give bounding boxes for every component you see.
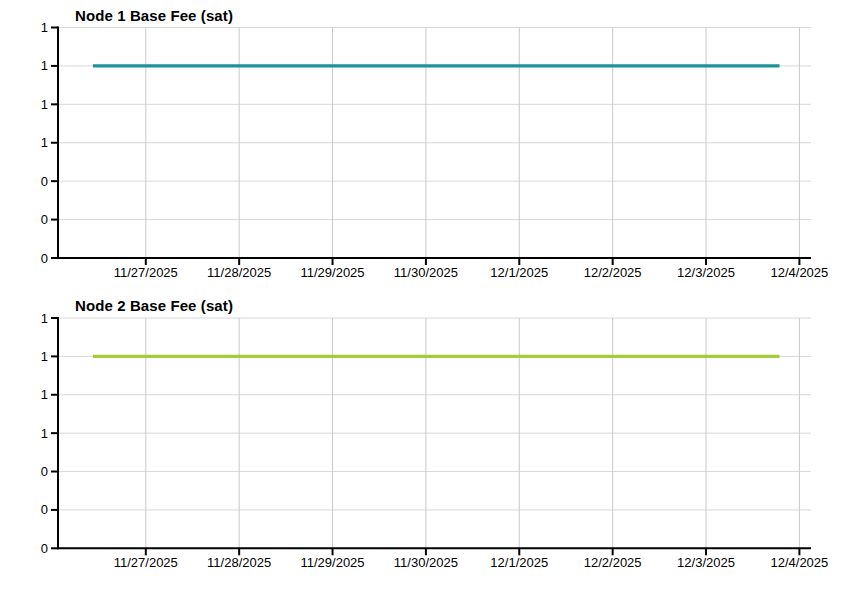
horizontal-gridlines (58, 318, 811, 548)
chart-1: 111100011/27/202511/28/202511/29/202511/… (41, 20, 829, 280)
x-tick-label: 12/2/2025 (584, 555, 642, 570)
x-tick-label: 12/1/2025 (490, 265, 548, 280)
y-tick-label: 0 (41, 541, 48, 556)
x-tick-label: 11/28/2025 (207, 555, 271, 570)
x-tick-label: 11/27/2025 (114, 265, 178, 280)
x-axis-ticks: 11/27/202511/28/202511/29/202511/30/2025… (114, 548, 829, 570)
x-tick-label: 11/30/2025 (394, 555, 458, 570)
x-tick-label: 11/29/2025 (300, 555, 364, 570)
charts-page: Node 1 Base Fee (sat) Node 2 Base Fee (s… (0, 0, 860, 600)
y-tick-label: 1 (41, 135, 48, 150)
chart-2: 111100011/27/202511/28/202511/29/202511/… (41, 311, 829, 571)
x-tick-label: 12/1/2025 (490, 555, 548, 570)
y-tick-label: 0 (41, 251, 48, 266)
y-axis-ticks: 1111000 (41, 311, 58, 556)
x-axis-ticks: 11/27/202511/28/202511/29/202511/30/2025… (114, 258, 829, 280)
x-tick-label: 11/29/2025 (300, 265, 364, 280)
x-tick-label: 12/3/2025 (677, 265, 735, 280)
y-tick-label: 1 (41, 58, 48, 73)
y-tick-label: 1 (41, 97, 48, 112)
y-axis-ticks: 1111000 (41, 20, 58, 266)
x-tick-label: 12/4/2025 (770, 265, 828, 280)
horizontal-gridlines (58, 28, 811, 259)
chart-2-title: Node 2 Base Fee (sat) (75, 297, 233, 314)
y-tick-label: 1 (41, 387, 48, 402)
x-tick-label: 12/4/2025 (770, 555, 828, 570)
y-tick-label: 0 (41, 174, 48, 189)
y-tick-label: 1 (41, 426, 48, 441)
x-tick-label: 12/2/2025 (584, 265, 642, 280)
y-tick-label: 0 (41, 502, 48, 517)
y-tick-label: 0 (41, 464, 48, 479)
x-tick-label: 12/3/2025 (677, 555, 735, 570)
x-tick-label: 11/30/2025 (394, 265, 458, 280)
y-tick-label: 0 (41, 212, 48, 227)
x-tick-label: 11/28/2025 (207, 265, 271, 280)
chart-1-title: Node 1 Base Fee (sat) (75, 7, 233, 24)
y-tick-label: 1 (41, 311, 48, 326)
y-tick-label: 1 (41, 349, 48, 364)
x-tick-label: 11/27/2025 (114, 555, 178, 570)
y-tick-label: 1 (41, 20, 48, 35)
